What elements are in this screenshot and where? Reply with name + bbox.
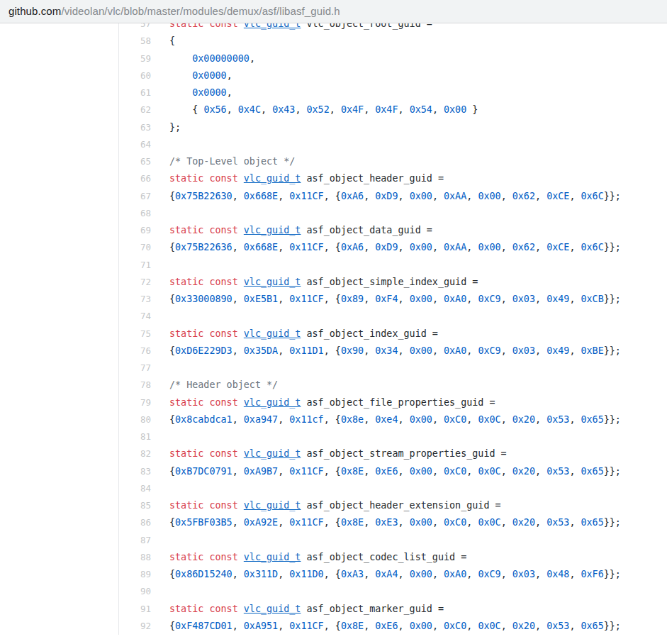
- code-token-pln: {: [169, 621, 175, 631]
- code-token-pln: ,: [330, 104, 341, 115]
- line-number[interactable]: 90: [119, 583, 151, 600]
- code-line-content: [151, 308, 169, 325]
- code-token-kw: const: [209, 552, 237, 562]
- line-number[interactable]: 63: [119, 119, 151, 136]
- code-token-pln: ,: [501, 517, 512, 528]
- line-number[interactable]: 86: [119, 514, 151, 531]
- line-number[interactable]: 62: [119, 101, 151, 118]
- line-number[interactable]: 79: [119, 394, 151, 411]
- code-token-num: 0xC9: [478, 294, 500, 304]
- line-number[interactable]: 76: [119, 343, 151, 360]
- line-number[interactable]: 65: [119, 153, 151, 170]
- line-number[interactable]: 91: [119, 601, 151, 618]
- line-number[interactable]: 70: [119, 239, 151, 256]
- code-token-num: 0xA92E: [244, 517, 278, 528]
- line-number[interactable]: 80: [119, 411, 151, 428]
- code-line-content: {0xF487CD01, 0xA951, 0x11CF, {0x8E, 0xE6…: [151, 618, 621, 635]
- code-symbol-link[interactable]: vlc_guid_t: [244, 500, 301, 511]
- code-symbol-link[interactable]: vlc_guid_t: [244, 225, 301, 235]
- line-number[interactable]: 89: [119, 566, 151, 583]
- line-number[interactable]: 67: [119, 188, 151, 205]
- code-token-num: 0xa947: [244, 414, 278, 425]
- code-token-pln: ,: [432, 569, 444, 579]
- line-number[interactable]: 58: [119, 33, 151, 50]
- line-number[interactable]: 87: [119, 532, 151, 549]
- code-token-pln: ,: [278, 466, 289, 477]
- code-symbol-link[interactable]: vlc_guid_t: [244, 328, 301, 339]
- line-number[interactable]: 82: [119, 445, 151, 462]
- line-number[interactable]: 84: [119, 480, 151, 497]
- code-token-pln: ,: [432, 294, 444, 304]
- code-token-num: 0x20: [512, 414, 535, 425]
- code-token-num: 0x33000890: [175, 294, 232, 304]
- code-token-num: 0x8E: [341, 517, 364, 528]
- code-token-pln: ,: [364, 104, 375, 115]
- code-token-kw: static: [169, 552, 203, 562]
- code-token-cmt: /* Top-Level object */: [169, 156, 295, 167]
- code-token-pln: asf_object_header_guid =: [301, 173, 444, 184]
- code-blob: 57static const vlc_guid_t vlc_object_roo…: [118, 16, 667, 635]
- code-token-pln: }};: [604, 466, 621, 477]
- code-token-pln: {: [169, 569, 175, 579]
- code-token-num: 0x03: [512, 569, 535, 579]
- line-number[interactable]: 73: [119, 291, 151, 308]
- line-number[interactable]: 60: [119, 67, 151, 84]
- line-number[interactable]: 88: [119, 549, 151, 566]
- line-number[interactable]: 59: [119, 50, 151, 67]
- code-token-num: 0x4F: [341, 104, 364, 115]
- code-line-content: {0x8cabdca1, 0xa947, 0x11cf, {0x8e, 0xe4…: [151, 411, 621, 428]
- code-token-num: 0xA0: [444, 569, 466, 579]
- code-token-num: 0x668E: [244, 191, 278, 201]
- code-token-pln: {: [169, 345, 175, 356]
- code-token-num: 0x11cf: [289, 414, 323, 425]
- line-number[interactable]: 77: [119, 360, 151, 377]
- code-symbol-link[interactable]: vlc_guid_t: [244, 277, 301, 287]
- line-number[interactable]: 61: [119, 84, 151, 101]
- line-number[interactable]: 92: [119, 618, 151, 635]
- code-token-pln: ,: [295, 104, 306, 115]
- code-token-num: 0xC9: [478, 569, 500, 579]
- code-token-num: 0x0000: [192, 70, 226, 81]
- code-token-pln: [238, 328, 244, 339]
- code-token-pln: asf_object_header_extension_guid =: [301, 500, 500, 511]
- line-number[interactable]: 72: [119, 274, 151, 291]
- code-symbol-link[interactable]: vlc_guid_t: [244, 397, 301, 408]
- code-token-num: 0xE6: [375, 621, 398, 631]
- code-token-num: 0x65: [581, 414, 604, 425]
- code-symbol-link[interactable]: vlc_guid_t: [244, 552, 301, 562]
- line-number[interactable]: 66: [119, 170, 151, 187]
- code-token-num: 0xC0: [444, 414, 466, 425]
- url-text[interactable]: github.com/videolan/vlc/blob/master/modu…: [9, 5, 340, 17]
- code-token-pln: }};: [604, 569, 621, 579]
- code-token-pln: ,: [466, 414, 478, 425]
- code-token-pln: [238, 277, 244, 287]
- code-token-pln: ,: [232, 569, 244, 579]
- code-line-content: };: [151, 119, 181, 136]
- line-number[interactable]: 85: [119, 497, 151, 514]
- line-number[interactable]: 74: [119, 308, 151, 325]
- url-host: github.com: [9, 5, 61, 17]
- address-bar[interactable]: github.com/videolan/vlc/blob/master/modu…: [0, 0, 667, 23]
- code-token-pln: ,: [535, 414, 547, 425]
- code-line-content: static const vlc_guid_t asf_object_heade…: [151, 497, 501, 514]
- line-number[interactable]: 64: [119, 136, 151, 153]
- code-line: 62 { 0x56, 0x4C, 0x43, 0x52, 0x4F, 0x4F,…: [119, 101, 667, 118]
- line-number[interactable]: 75: [119, 326, 151, 343]
- line-number[interactable]: 81: [119, 428, 151, 445]
- code-symbol-link[interactable]: vlc_guid_t: [244, 448, 301, 459]
- line-number[interactable]: 68: [119, 205, 151, 222]
- code-line-content: static const vlc_guid_t asf_object_marke…: [151, 601, 444, 618]
- code-token-kw: const: [209, 277, 237, 287]
- line-number[interactable]: 78: [119, 377, 151, 394]
- code-token-num: 0x34: [375, 345, 398, 356]
- code-token-num: 0x54: [410, 104, 432, 115]
- code-token-num: 0x53: [547, 517, 569, 528]
- line-number[interactable]: 71: [119, 257, 151, 274]
- code-token-pln: ,: [569, 569, 581, 579]
- code-symbol-link[interactable]: vlc_guid_t: [244, 604, 301, 614]
- code-symbol-link[interactable]: vlc_guid_t: [244, 173, 301, 184]
- code-token-num: 0x86D15240: [175, 569, 232, 579]
- code-line: 78/* Header object */: [119, 377, 667, 394]
- line-number[interactable]: 83: [119, 463, 151, 480]
- line-number[interactable]: 69: [119, 222, 151, 239]
